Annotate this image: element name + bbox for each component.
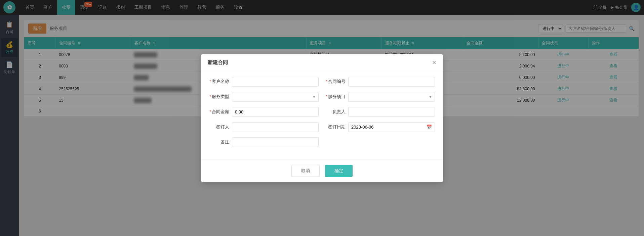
form-row-5: 备注 bbox=[209, 137, 435, 147]
sign-date-input[interactable] bbox=[349, 123, 424, 132]
form-row-3: *合同金额 负责人 bbox=[209, 107, 435, 117]
service-item-label: *服务项目 bbox=[325, 94, 346, 100]
modal-overlay[interactable]: 新建合同 ✕ *客户名称 *合同编号 bbox=[0, 0, 644, 236]
form-group-service-item: *服务项目 ▼ bbox=[325, 92, 435, 102]
customer-name-label: *客户名称 bbox=[209, 79, 229, 85]
form-group-service-type: *服务类型 ▼ bbox=[209, 92, 319, 102]
form-row-1: *客户名称 *合同编号 bbox=[209, 77, 435, 87]
person-in-charge-input[interactable] bbox=[348, 107, 435, 117]
modal-footer: 取消 确定 bbox=[201, 159, 443, 182]
signatory-label: 签订人 bbox=[209, 124, 229, 130]
customer-name-input[interactable] bbox=[232, 77, 319, 87]
form-group-signatory: 签订人 bbox=[209, 122, 319, 132]
form-group-remarks: 备注 bbox=[209, 137, 319, 147]
service-type-label: *服务类型 bbox=[209, 94, 229, 100]
contract-no-label: *合同编号 bbox=[325, 79, 346, 85]
signatory-input[interactable] bbox=[232, 122, 319, 132]
confirm-button[interactable]: 确定 bbox=[325, 165, 353, 177]
remarks-input[interactable] bbox=[232, 137, 319, 147]
sign-date-input-wrapper: 📅 bbox=[348, 122, 435, 132]
form-row-4: 签订人 签订日期 📅 bbox=[209, 122, 435, 132]
service-type-select[interactable] bbox=[232, 92, 319, 102]
modal-close-button[interactable]: ✕ bbox=[432, 59, 436, 66]
contract-amount-label: *合同金额 bbox=[209, 109, 229, 115]
modal-title: 新建合同 bbox=[208, 59, 228, 66]
new-contract-modal: 新建合同 ✕ *客户名称 *合同编号 bbox=[201, 54, 443, 182]
service-type-select-wrapper: ▼ bbox=[232, 92, 319, 102]
form-group-sign-date: 签订日期 📅 bbox=[325, 122, 435, 132]
form-group-person: 负责人 bbox=[325, 107, 435, 117]
modal-header: 新建合同 ✕ bbox=[201, 54, 443, 70]
form-group-amount: *合同金额 bbox=[209, 107, 319, 117]
remarks-label: 备注 bbox=[209, 139, 229, 145]
sign-date-label: 签订日期 bbox=[325, 124, 346, 130]
service-item-select[interactable] bbox=[348, 92, 435, 102]
contract-amount-input[interactable] bbox=[232, 107, 319, 117]
cancel-button[interactable]: 取消 bbox=[291, 165, 320, 177]
contract-no-input[interactable] bbox=[348, 77, 435, 87]
form-row-2: *服务类型 ▼ *服务项目 bbox=[209, 92, 435, 102]
service-item-select-wrapper: ▼ bbox=[348, 92, 435, 102]
modal-body: *客户名称 *合同编号 *服务类型 bbox=[201, 70, 443, 159]
form-group-customer: *客户名称 bbox=[209, 77, 319, 87]
person-in-charge-label: 负责人 bbox=[325, 109, 346, 115]
form-group-contract-no: *合同编号 bbox=[325, 77, 435, 87]
calendar-icon[interactable]: 📅 bbox=[424, 125, 435, 130]
